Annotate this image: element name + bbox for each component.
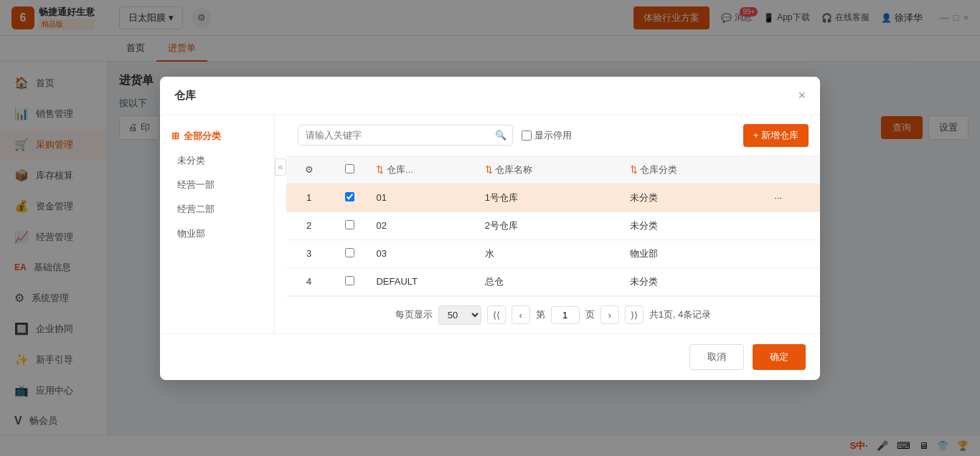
cancel-btn[interactable]: 取消 [689, 344, 744, 370]
sort-icon: ⇅ [376, 164, 384, 175]
warehouse-table-wrap: ⚙ ⇅ 仓库... ⇅ 仓库名称 ⇅ 仓库分类 1 01 1号仓库 [286, 156, 820, 296]
modal-sidebar-all-category[interactable]: ⊞ 全部分类 [160, 124, 274, 148]
warehouse-modal: 仓库 × ⊞ 全部分类 未分类 经营一部 经营二部 物业部 « [160, 77, 820, 380]
sort-icon: ⇅ [630, 164, 638, 175]
row-checkbox[interactable] [345, 248, 354, 257]
cell-check[interactable] [331, 267, 367, 295]
row-checkbox[interactable] [345, 276, 354, 285]
last-page-btn[interactable]: ⟩⟩ [625, 305, 644, 324]
cell-check[interactable] [331, 184, 367, 212]
cell-num: 4 [286, 267, 331, 295]
row-checkbox[interactable] [345, 220, 354, 229]
cell-actions: ··· [765, 184, 820, 212]
page-size-select[interactable]: 50 100 [438, 305, 481, 325]
modal-main: 🔍 显示停用 + 新增仓库 ⚙ [286, 115, 820, 333]
show-disabled-checkbox[interactable]: 显示停用 [522, 129, 572, 142]
modal-sidebar-item-ops2[interactable]: 经营二部 [160, 197, 274, 222]
cell-name: 2号仓库 [476, 212, 621, 239]
modal-backdrop[interactable]: 仓库 × ⊞ 全部分类 未分类 经营一部 经营二部 物业部 « [0, 0, 980, 456]
cell-name: 水 [476, 239, 621, 267]
cell-actions [765, 212, 820, 239]
th-name[interactable]: ⇅ 仓库名称 [476, 156, 621, 184]
cell-check[interactable] [331, 239, 367, 267]
cell-actions [765, 267, 820, 295]
cell-code: 02 [367, 212, 476, 239]
th-gear: ⚙ [286, 156, 331, 184]
select-all-checkbox[interactable] [345, 164, 354, 174]
warehouse-table: ⚙ ⇅ 仓库... ⇅ 仓库名称 ⇅ 仓库分类 1 01 1号仓库 [286, 156, 820, 296]
show-disabled-input[interactable] [522, 130, 532, 141]
grid-icon: ⊞ [171, 130, 179, 141]
cell-num: 3 [286, 239, 331, 267]
modal-category-sidebar: ⊞ 全部分类 未分类 经营一部 经营二部 物业部 [160, 115, 275, 333]
table-row: 4 DEFAULT 总仓 未分类 [286, 267, 820, 295]
modal-title: 仓库 [174, 89, 196, 103]
modal-sidebar-item-property[interactable]: 物业部 [160, 222, 274, 246]
cell-category: 未分类 [621, 212, 766, 239]
table-row: 3 03 水 物业部 [286, 239, 820, 267]
cell-category: 未分类 [621, 267, 766, 295]
per-page-label: 每页显示 [395, 308, 433, 321]
table-row: 1 01 1号仓库 未分类 ··· [286, 184, 820, 212]
confirm-btn[interactable]: 确定 [753, 344, 806, 370]
search-icon[interactable]: 🔍 [489, 125, 512, 145]
page-label-pre: 第 [536, 308, 545, 321]
search-input[interactable] [298, 125, 489, 145]
add-warehouse-btn[interactable]: + 新增仓库 [743, 124, 809, 147]
modal-header: 仓库 × [160, 77, 820, 115]
modal-footer: 取消 确定 [160, 333, 820, 380]
modal-pagination: 每页显示 50 100 ⟨⟨ ‹ 第 页 › ⟩⟩ 共1页, 4条记录 [286, 296, 820, 333]
cell-code: DEFAULT [367, 267, 476, 295]
table-body: 1 01 1号仓库 未分类 ··· 2 02 2号仓库 未分类 3 03 水 物… [286, 184, 820, 295]
sidebar-collapse-btn[interactable]: « [275, 158, 286, 176]
cell-num: 1 [286, 184, 331, 212]
th-code[interactable]: ⇅ 仓库... [367, 156, 476, 184]
total-label: 共1页, 4条记录 [649, 308, 712, 321]
first-page-btn[interactable]: ⟨⟨ [487, 305, 506, 324]
prev-page-btn[interactable]: ‹ [512, 305, 530, 324]
cell-category: 物业部 [621, 239, 766, 267]
next-page-btn[interactable]: › [600, 305, 619, 324]
cell-name: 1号仓库 [476, 184, 621, 212]
cell-category: 未分类 [621, 184, 766, 212]
cell-code: 01 [367, 184, 476, 212]
row-checkbox[interactable] [345, 192, 354, 201]
cell-num: 2 [286, 212, 331, 239]
cell-actions [765, 239, 820, 267]
modal-sidebar-item-uncategorized[interactable]: 未分类 [160, 148, 274, 173]
page-number-input[interactable] [551, 306, 580, 324]
modal-body: ⊞ 全部分类 未分类 经营一部 经营二部 物业部 « 🔍 [160, 115, 820, 333]
gear-icon: ⚙ [305, 164, 314, 175]
th-actions [765, 156, 820, 184]
sort-icon: ⇅ [485, 164, 493, 175]
table-header-row: ⚙ ⇅ 仓库... ⇅ 仓库名称 ⇅ 仓库分类 [286, 156, 820, 184]
table-row: 2 02 2号仓库 未分类 [286, 212, 820, 239]
cell-name: 总仓 [476, 267, 621, 295]
modal-close-btn[interactable]: × [798, 88, 806, 103]
page-label: 页 [585, 308, 595, 321]
modal-sidebar-item-ops1[interactable]: 经营一部 [160, 173, 274, 197]
search-box: 🔍 [298, 125, 513, 146]
cell-check[interactable] [331, 212, 367, 239]
cell-code: 03 [367, 239, 476, 267]
th-category[interactable]: ⇅ 仓库分类 [621, 156, 766, 184]
modal-toolbar: 🔍 显示停用 + 新增仓库 [286, 115, 820, 156]
th-check [331, 156, 367, 184]
